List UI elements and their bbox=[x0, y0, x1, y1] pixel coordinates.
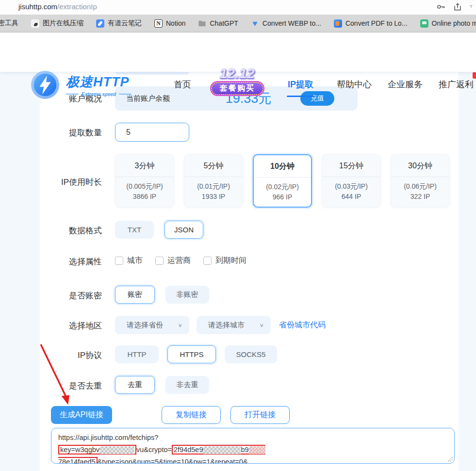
nav-enterprise[interactable]: 企业服务 bbox=[388, 79, 423, 90]
nav-red-badge bbox=[473, 72, 476, 79]
balance-label: 当前账户余额 bbox=[126, 94, 170, 103]
censored-crypto-block-2 bbox=[249, 446, 265, 454]
duration-option-15min[interactable]: 15分钟 (0.03元/IP) 644 IP bbox=[322, 154, 381, 208]
bookmarks-bar: 密工具 图片在线压缩 有道云笔记 NNotion ChatGPT ♥Conver… bbox=[0, 15, 476, 32]
dedupe-label: 是否去重 bbox=[0, 380, 102, 391]
bookmark-convert-webp[interactable]: ♥Convert WEBP to... bbox=[251, 19, 321, 28]
heart-icon: ♥ bbox=[251, 19, 259, 28]
site-logo[interactable]: 极速HTTP Extreme speed bbox=[30, 70, 131, 100]
attributes-label: 选择属性 bbox=[0, 256, 102, 267]
duration-option-5min[interactable]: 5分钟 (0.01元/IP) 1933 IP bbox=[184, 154, 243, 208]
logo-title: 极速HTTP bbox=[66, 73, 131, 91]
format-option-txt[interactable]: TXT bbox=[115, 221, 154, 239]
browser-toolbar: jisuhttp.com/extractionIp bbox=[0, 0, 476, 15]
duration-label: IP使用时长 bbox=[0, 177, 102, 188]
protocol-label: IP协议 bbox=[0, 350, 102, 361]
bookmark-youdao-note[interactable]: 有道云笔记 bbox=[96, 19, 142, 28]
promo-banner-1212[interactable]: 12.12 套餐购买 bbox=[209, 67, 266, 101]
lightning-logo-icon bbox=[30, 70, 60, 100]
censored-key-block bbox=[99, 446, 134, 454]
redacted-key-highlight: key=w3qgbv bbox=[58, 445, 136, 455]
auth-option-no-credential[interactable]: 非账密 bbox=[165, 286, 209, 304]
checkbox-carrier[interactable]: 运营商 bbox=[155, 256, 191, 266]
password-key-icon[interactable] bbox=[436, 2, 446, 12]
url-path: /extractionIp bbox=[57, 2, 97, 11]
dedupe-option-no[interactable]: 非去重 bbox=[165, 376, 209, 394]
pen-icon bbox=[96, 19, 104, 28]
promo-1212-text: 12.12 bbox=[209, 67, 266, 80]
province-select[interactable]: 请选择省份 ∨ bbox=[115, 316, 189, 334]
bookmark-convert-pdf[interactable]: Convert PDF to Lo... bbox=[334, 19, 408, 28]
copy-link-button[interactable]: 复制链接 bbox=[162, 406, 221, 424]
api-url-line1: https://api.jisuhttp.com/fetchips? bbox=[58, 432, 447, 444]
nav-home[interactable]: 首页 bbox=[174, 79, 191, 90]
dedupe-option-yes-selected[interactable]: 去重 bbox=[115, 376, 155, 394]
bookmark-encrypt-tool[interactable]: 密工具 bbox=[0, 19, 18, 28]
auth-label: 是否账密 bbox=[0, 290, 102, 301]
url-host: jisuhttp.com bbox=[18, 2, 57, 11]
province-city-code-link[interactable]: 省份城市代码 bbox=[279, 320, 326, 330]
bookmark-photo-meta[interactable]: Online photo meta... bbox=[420, 19, 476, 28]
textarea-resize-handle[interactable] bbox=[447, 456, 453, 462]
checkbox-box[interactable] bbox=[115, 257, 123, 265]
nav-affiliate[interactable]: 推广返利 bbox=[439, 79, 474, 90]
auth-option-credential-selected[interactable]: 账密 bbox=[115, 286, 155, 304]
panda-icon bbox=[31, 19, 39, 28]
checkbox-city[interactable]: 城市 bbox=[115, 256, 143, 266]
recharge-button[interactable]: 充值 bbox=[300, 91, 334, 106]
api-url-line2: key=w3qgbvvu&crypto=2f94d5e9b978e14faed5… bbox=[58, 444, 447, 464]
region-label: 选择地区 bbox=[0, 320, 102, 331]
protocol-option-socks5[interactable]: SOCKS5 bbox=[225, 345, 277, 363]
nav-ip-extract-active[interactable]: IP提取 bbox=[288, 79, 313, 90]
site-header: 极速HTTP Extreme speed 首页 12.12 套餐购买 IP提取 … bbox=[0, 32, 476, 72]
folder-icon bbox=[198, 19, 206, 28]
protocol-option-https-selected[interactable]: HTTPS bbox=[167, 345, 216, 363]
checkbox-box[interactable] bbox=[155, 257, 164, 265]
logo-subtitle: Extreme speed bbox=[82, 92, 116, 97]
quantity-input[interactable] bbox=[115, 123, 189, 142]
duration-option-10min-selected[interactable]: 10分钟 (0.02元/IP) 966 IP bbox=[253, 154, 312, 208]
chevron-down-icon: ∨ bbox=[259, 322, 264, 328]
format-label: 数据格式 bbox=[0, 225, 102, 236]
generate-api-link-button[interactable]: 生成API链接 bbox=[51, 406, 112, 424]
duration-option-30min[interactable]: 30分钟 (0.06元/IP) 322 IP bbox=[391, 154, 450, 208]
quantity-label: 提取数量 bbox=[0, 127, 102, 138]
bookmark-image-compress[interactable]: 图片在线压缩 bbox=[31, 19, 83, 28]
duration-option-3min[interactable]: 3分钟 (0.005元/IP) 3866 IP bbox=[115, 154, 174, 208]
protocol-option-http[interactable]: HTTP bbox=[115, 345, 159, 363]
checkbox-expiry[interactable]: 到期时间 bbox=[203, 256, 246, 266]
censored-crypto-block bbox=[203, 446, 241, 454]
notion-icon: N bbox=[154, 19, 163, 28]
nav-help-center[interactable]: 帮助中心 bbox=[337, 79, 372, 90]
photo-meta-icon bbox=[420, 19, 428, 28]
pdf-converter-icon bbox=[334, 19, 342, 28]
partial-toolbar-icon[interactable] bbox=[469, 2, 473, 12]
api-url-textarea[interactable]: https://api.jisuhttp.com/fetchips? key=w… bbox=[51, 428, 455, 464]
checkbox-box[interactable] bbox=[203, 257, 212, 265]
format-option-json-selected[interactable]: JSON bbox=[164, 221, 203, 239]
bookmark-notion[interactable]: NNotion bbox=[154, 19, 185, 28]
chevron-down-icon: ∨ bbox=[178, 322, 182, 328]
share-icon[interactable] bbox=[453, 2, 462, 12]
bookmark-chatgpt-folder[interactable]: ChatGPT bbox=[198, 19, 238, 28]
promo-pill-label: 套餐购买 bbox=[220, 83, 255, 94]
address-bar[interactable]: jisuhttp.com/extractionIp bbox=[18, 2, 97, 11]
city-select[interactable]: 请选择城市 ∨ bbox=[197, 316, 271, 334]
open-link-button[interactable]: 打开链接 bbox=[230, 406, 290, 424]
